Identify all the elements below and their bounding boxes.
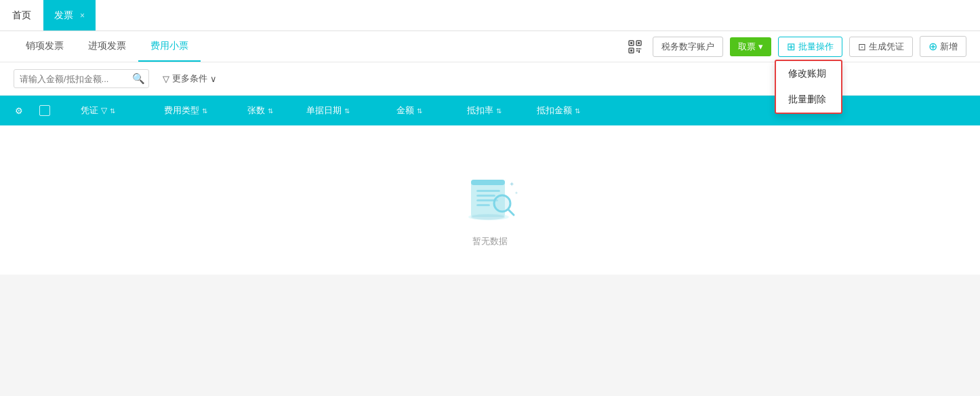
svg-rect-8 (636, 50, 638, 52)
svg-rect-7 (638, 48, 640, 50)
svg-line-20 (508, 210, 514, 215)
content-area: 销项发票 进项发票 费用小票 (0, 31, 980, 275)
tab-sales-invoice[interactable]: 销项发票 (14, 31, 76, 62)
th-count-label: 张数 (247, 104, 265, 117)
sub-tabs-bar: 销项发票 进项发票 费用小票 (0, 31, 980, 62)
svg-rect-13 (471, 180, 505, 185)
svg-text:✦: ✦ (514, 191, 518, 195)
get-ticket-button[interactable]: 取票 ▾ (730, 37, 771, 56)
svg-rect-9 (638, 50, 640, 53)
batch-op-button[interactable]: ⊞ 批量操作 (778, 37, 842, 57)
get-ticket-label: 取票 (738, 41, 756, 53)
th-date-sort-icon: ⇅ (344, 107, 350, 115)
toolbar: 税务数字账户 取票 ▾ ⊞ 批量操作 修改账期 批量删除 ⊡ (624, 36, 966, 58)
dropdown-batch-delete[interactable]: 批量删除 (776, 87, 841, 113)
add-button[interactable]: ⊕ 新增 (920, 36, 966, 57)
th-expense-type-sort-icon: ⇅ (202, 107, 207, 115)
svg-point-18 (471, 214, 505, 220)
th-deduct-amount-label: 抵扣金额 (537, 104, 572, 117)
th-date-label: 单据日期 (306, 104, 342, 117)
batch-op-dropdown: 修改账期 批量删除 (775, 60, 842, 114)
empty-illustration: ✦ ✦ · (456, 166, 524, 227)
gen-voucher-label: 生成凭证 (869, 41, 904, 53)
batch-op-icon: ⊞ (787, 41, 796, 53)
search-icon[interactable]: 🔍 (132, 73, 145, 85)
th-expense-type-label: 费用类型 (164, 104, 199, 117)
svg-text:·: · (505, 178, 506, 182)
th-amount-sort-icon: ⇅ (417, 107, 422, 115)
tab-expense-ticket[interactable]: 费用小票 (138, 31, 201, 62)
th-gear[interactable]: ⚙ (5, 106, 33, 116)
svg-rect-14 (476, 190, 500, 192)
svg-text:✦: ✦ (509, 180, 514, 188)
th-voucher-sort-icon: ⇅ (110, 107, 115, 115)
th-deduct-amount-sort-icon: ⇅ (575, 107, 580, 115)
top-nav: 首页 发票 × (0, 0, 980, 31)
more-conditions-arrow-icon: ∨ (210, 74, 217, 84)
th-deduct-rate[interactable]: 抵扣率 ⇅ (450, 104, 518, 117)
more-conditions-button[interactable]: ▽ 更多条件 ∨ (157, 70, 222, 87)
nav-tab-invoice-label: 发票 (54, 9, 73, 22)
batch-op-wrap: ⊞ 批量操作 修改账期 批量删除 (778, 37, 842, 57)
nav-tab-close-icon[interactable]: × (80, 11, 85, 20)
nav-tab-invoice[interactable]: 发票 × (43, 0, 96, 31)
nav-home[interactable]: 首页 (0, 0, 43, 31)
sub-tabs-left: 销项发票 进项发票 费用小票 (14, 31, 201, 62)
th-deduct-rate-sort-icon: ⇅ (496, 107, 502, 115)
gen-voucher-button[interactable]: ⊡ 生成凭证 (849, 37, 913, 57)
th-voucher[interactable]: 凭证 ▽ ⇅ (57, 104, 138, 117)
more-conditions-label: 更多条件 (172, 73, 207, 85)
add-icon: ⊕ (928, 40, 937, 53)
empty-state: ✦ ✦ · 暂无数据 (0, 125, 980, 275)
th-voucher-label: 凭证 (81, 104, 98, 117)
th-expense-type[interactable]: 费用类型 ⇅ (138, 104, 233, 117)
svg-rect-3 (638, 42, 640, 44)
batch-op-label: 批量操作 (798, 41, 834, 53)
th-count-sort-icon: ⇅ (268, 107, 273, 115)
svg-rect-17 (476, 204, 490, 206)
th-amount-label: 金额 (396, 104, 414, 117)
th-checkbox[interactable] (33, 105, 57, 116)
header-checkbox[interactable] (39, 105, 50, 116)
gear-icon: ⚙ (15, 106, 23, 116)
add-label: 新增 (940, 41, 958, 53)
th-voucher-filter-icon: ▽ (101, 106, 107, 115)
th-count[interactable]: 张数 ⇅ (233, 104, 287, 117)
get-ticket-arrow-icon: ▾ (758, 41, 763, 52)
dropdown-modify-period[interactable]: 修改账期 (776, 61, 841, 87)
empty-text: 暂无数据 (472, 235, 508, 248)
tab-purchase-invoice[interactable]: 进项发票 (76, 31, 138, 62)
th-deduct-rate-label: 抵扣率 (467, 104, 493, 117)
th-deduct-amount[interactable]: 抵扣金额 ⇅ (518, 104, 599, 117)
svg-rect-15 (476, 195, 495, 197)
svg-rect-6 (636, 48, 638, 50)
svg-rect-10 (640, 48, 641, 50)
tax-account-button[interactable]: 税务数字账户 (653, 37, 723, 57)
qr-code-icon[interactable] (624, 36, 646, 58)
th-date[interactable]: 单据日期 ⇅ (287, 104, 369, 117)
svg-rect-5 (630, 50, 632, 52)
search-input[interactable] (20, 74, 128, 84)
th-amount[interactable]: 金额 ⇅ (369, 104, 450, 117)
svg-rect-1 (630, 42, 632, 44)
gen-voucher-icon: ⊡ (858, 41, 866, 52)
search-input-wrap[interactable]: 🔍 (14, 69, 149, 88)
filter-funnel-icon: ▽ (163, 74, 169, 84)
